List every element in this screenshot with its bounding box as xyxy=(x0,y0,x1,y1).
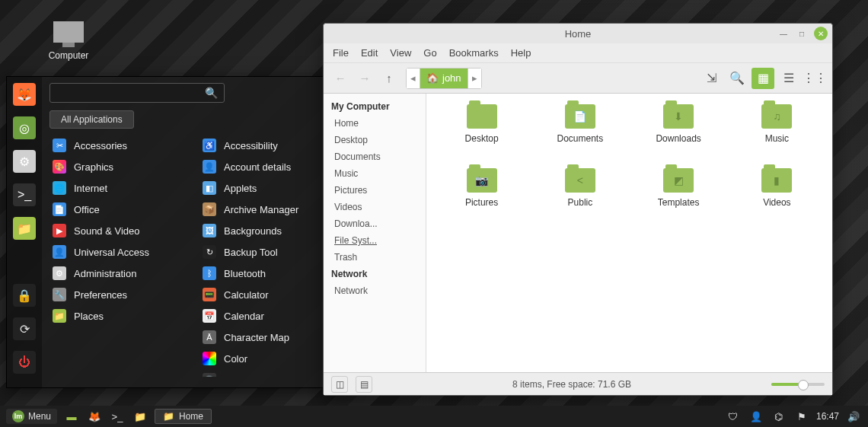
favorite-firefox[interactable]: 🦊 xyxy=(13,83,36,106)
sidebar-item[interactable]: Pictures xyxy=(324,182,426,199)
crumb-current[interactable]: 🏠 john xyxy=(420,69,468,88)
folder-grid[interactable]: Desktop📄Documents⬇Downloads♫Music📷Pictur… xyxy=(426,94,832,372)
category-item[interactable]: ⚙Administration xyxy=(49,266,190,281)
minimize-button[interactable]: — xyxy=(777,27,790,40)
status-tree-button[interactable]: ◫ xyxy=(331,376,348,393)
app-icon: ↻ xyxy=(203,245,216,259)
category-item[interactable]: 🔧Preferences xyxy=(49,287,190,302)
sidebar-item[interactable]: Desktop xyxy=(324,132,426,148)
app-item[interactable]: ♿Accessibility xyxy=(199,138,340,153)
app-item[interactable]: 🖼Backgrounds xyxy=(199,223,340,238)
app-item[interactable]: 📟Calculator xyxy=(199,287,340,302)
show-desktop-button[interactable]: ▬ xyxy=(63,409,80,424)
sidebar-item[interactable]: Trash xyxy=(324,249,426,266)
favorite-shutdown[interactable]: ⏻ xyxy=(13,351,36,374)
taskbar-menu-button[interactable]: lm Menu xyxy=(6,409,57,424)
app-item[interactable]: 📅Calendar xyxy=(199,308,340,323)
taskbar-firefox-launcher[interactable]: 🦊 xyxy=(86,409,103,424)
folder-music[interactable]: ♫Music xyxy=(729,104,825,165)
folder-public[interactable]: <Public xyxy=(532,168,627,229)
folder-pictures[interactable]: 📷Pictures xyxy=(434,168,529,229)
menu-go[interactable]: Go xyxy=(423,47,436,59)
app-item[interactable]: ĀCharacter Map xyxy=(199,330,340,345)
category-item[interactable]: ▶Sound & Video xyxy=(49,223,190,238)
crumb-prev-icon[interactable]: ◂ xyxy=(407,69,420,88)
folder-desktop[interactable]: Desktop xyxy=(434,104,529,165)
sidebar-item[interactable]: File Syst... xyxy=(324,232,426,249)
app-label: Character Map xyxy=(224,332,289,343)
tray-network-icon[interactable]: ⌬ xyxy=(771,409,787,424)
taskbar-files-launcher[interactable]: 📁 xyxy=(132,409,148,424)
app-item[interactable]: 📦Archive Manager xyxy=(199,202,340,217)
app-item[interactable]: ↻Backup Tool xyxy=(199,244,340,260)
view-icons-button[interactable]: ▦ xyxy=(752,68,774,89)
app-item[interactable]: ᛒBluetooth xyxy=(199,266,340,281)
taskbar-task-label: Home xyxy=(179,411,203,422)
category-item[interactable]: 📄Office xyxy=(49,202,190,217)
taskbar-terminal-launcher[interactable]: >_ xyxy=(109,409,126,424)
app-icon: 📦 xyxy=(203,202,216,216)
status-text: 8 items, Free space: 71.6 GB xyxy=(380,379,764,390)
mint-logo-icon: lm xyxy=(12,410,24,422)
sidebar-item[interactable]: Videos xyxy=(324,199,426,215)
tray-updates-icon[interactable]: ⚑ xyxy=(793,409,810,424)
app-item[interactable]: ◧Applets xyxy=(199,180,340,196)
app-icon: 🖼 xyxy=(203,224,216,237)
favorite-lock[interactable]: 🔒 xyxy=(13,284,36,307)
tray-user-icon[interactable]: 👤 xyxy=(748,409,764,424)
menu-bookmarks[interactable]: Bookmarks xyxy=(449,47,499,59)
taskbar-task-home[interactable]: 📁 Home xyxy=(155,409,212,424)
zoom-slider[interactable] xyxy=(771,383,825,386)
category-icon: ⚙ xyxy=(53,266,66,280)
tray-shield-icon[interactable]: 🛡 xyxy=(725,409,742,424)
menu-help[interactable]: Help xyxy=(511,47,531,59)
category-icon: 📁 xyxy=(53,309,66,323)
menu-edit[interactable]: Edit xyxy=(361,47,378,59)
category-item[interactable]: ✂Accessories xyxy=(49,138,190,153)
location-toggle-button[interactable]: ⇲ xyxy=(700,68,723,89)
category-item[interactable]: 🌐Internet xyxy=(49,180,190,196)
favorite-terminal[interactable]: >_ xyxy=(13,183,36,206)
folder-icon: ♫ xyxy=(761,104,792,129)
menu-file[interactable]: File xyxy=(333,47,349,59)
category-item[interactable]: 📁Places xyxy=(49,308,190,323)
sidebar-item[interactable]: Network xyxy=(324,282,426,299)
view-compact-button[interactable]: ⋮⋮ xyxy=(803,68,826,89)
folder-downloads[interactable]: ⬇Downloads xyxy=(631,104,726,165)
app-item[interactable]: 🕓Date & Time xyxy=(199,372,340,377)
close-button[interactable]: ✕ xyxy=(814,27,828,40)
sidebar-item[interactable]: Home xyxy=(324,115,426,132)
tray-volume-icon[interactable]: 🔊 xyxy=(845,409,862,424)
up-button[interactable]: ↑ xyxy=(378,68,400,89)
sidebar-item[interactable]: Music xyxy=(324,165,426,182)
search-button[interactable]: 🔍 xyxy=(726,68,748,89)
favorite-settings[interactable]: ⚙ xyxy=(13,150,36,173)
maximize-button[interactable]: □ xyxy=(796,27,808,40)
favorite-logout[interactable]: ⟳ xyxy=(13,317,36,340)
favorite-software[interactable]: ◎ xyxy=(13,116,36,139)
window-controls: — □ ✕ xyxy=(777,27,828,40)
desktop-icon-computer[interactable]: Computer xyxy=(38,21,99,61)
view-list-button[interactable]: ☰ xyxy=(777,68,800,89)
tray-clock[interactable]: 16:47 xyxy=(816,411,839,422)
search-input[interactable] xyxy=(56,88,205,98)
back-button[interactable]: ← xyxy=(330,68,351,89)
status-places-button[interactable]: ▤ xyxy=(356,376,372,393)
folder-templates[interactable]: ◩Templates xyxy=(631,168,726,229)
category-item[interactable]: 👤Universal Access xyxy=(49,244,190,260)
sidebar-item[interactable]: Downloa... xyxy=(324,215,426,232)
forward-button[interactable]: → xyxy=(354,68,375,89)
all-applications-button[interactable]: All Applications xyxy=(49,110,134,129)
app-item[interactable]: Color xyxy=(199,351,340,366)
titlebar[interactable]: Home — □ ✕ xyxy=(324,24,832,43)
app-label: Archive Manager xyxy=(224,204,298,215)
folder-label: Templates xyxy=(658,197,700,208)
folder-documents[interactable]: 📄Documents xyxy=(532,104,627,165)
category-item[interactable]: 🎨Graphics xyxy=(49,159,190,174)
app-item[interactable]: 👤Account details xyxy=(199,159,340,174)
favorite-files[interactable]: 📁 xyxy=(13,217,36,240)
crumb-next-icon[interactable]: ▸ xyxy=(468,69,481,88)
sidebar-item[interactable]: Documents xyxy=(324,148,426,165)
menu-view[interactable]: View xyxy=(390,47,411,59)
folder-videos[interactable]: ▮Videos xyxy=(729,168,825,229)
